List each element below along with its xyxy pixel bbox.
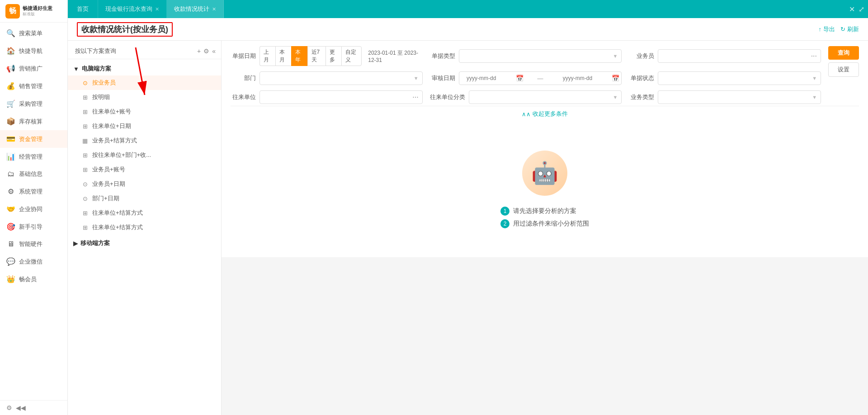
date-tab-上月[interactable]: 上月 [259, 46, 275, 66]
sidebar-nav: 🔍搜索菜单🏠快捷导航📢营销推广💰销售管理🛒采购管理📦库存核算💳资金管理📊经营管理… [0, 23, 67, 400]
sidebar-item-9[interactable]: ⚙系统管理 [0, 183, 67, 200]
scheme-item-0-3[interactable]: ⊞往来单位+日期 [68, 119, 221, 133]
sidebar-item-2[interactable]: 📢营销推广 [0, 60, 67, 77]
filter-row-1: 单据日期 上月本月本年近7天更多自定义 2023-01-01 至 2023-12… [231, 46, 821, 66]
tab-close-2[interactable]: ✕ [212, 6, 216, 12]
scheme-item-icon-0-0: ⊙ [81, 80, 89, 86]
partner-ellipsis[interactable]: ··· [412, 93, 418, 101]
audit-date-to-icon[interactable]: 📅 [612, 75, 619, 82]
scheme-item-0-7[interactable]: ⊙业务员+日期 [68, 177, 221, 191]
nav-label-8: 基础信息 [19, 170, 42, 178]
empty-icon: 🤖 [522, 151, 567, 196]
sidebar-item-12[interactable]: 🖥智能硬件 [0, 236, 67, 253]
nav-label-3: 销售管理 [19, 82, 42, 90]
collapse-bar[interactable]: ∧∧ 收起更多条件 [231, 106, 859, 122]
tab-0[interactable]: 首页 [68, 0, 98, 18]
audit-date-from-icon[interactable]: 📅 [516, 75, 524, 82]
audit-date-from[interactable] [461, 75, 502, 81]
scheme-item-label-0-7: 业务员+日期 [92, 180, 125, 188]
scheme-settings-button[interactable]: ⚙ [203, 47, 209, 55]
tab-2[interactable]: 收款情况统计✕ [167, 0, 224, 18]
date-tab-本月[interactable]: 本月 [275, 46, 291, 66]
scheme-item-icon-0-3: ⊞ [81, 123, 89, 130]
partner-label: 往来单位 [231, 93, 256, 101]
scheme-group-header-0[interactable]: ▼电脑端方案 [68, 62, 221, 75]
dept-select[interactable]: ▼ [259, 71, 423, 85]
scheme-item-label-0-10: 往来单位+结算方式 [92, 223, 143, 231]
partner-category-select[interactable]: ▼ [469, 90, 622, 104]
group-arrow-0: ▼ [73, 66, 79, 72]
filter-section: 单据日期 上月本月本年近7天更多自定义 2023-01-01 至 2023-12… [222, 41, 868, 122]
sidebar-item-4[interactable]: 🛒采购管理 [0, 95, 67, 113]
export-button[interactable]: ↑ 导出 [819, 25, 835, 33]
sidebar-item-6[interactable]: 💳资金管理 [0, 130, 67, 148]
tab-close-1[interactable]: ✕ [155, 6, 159, 12]
scheme-item-label-0-2: 往来单位+账号 [92, 108, 131, 116]
scheme-item-0-0[interactable]: ⊙按业务员 [68, 75, 221, 90]
scheme-item-0-2[interactable]: ⊞往来单位+账号 [68, 104, 221, 119]
sidebar-item-7[interactable]: 📊经营管理 [0, 148, 67, 165]
doc-type-select[interactable]: ▼ [459, 49, 622, 63]
sidebar-item-13[interactable]: 💬企业微信 [0, 253, 67, 270]
doc-status-select[interactable]: ▼ [658, 71, 821, 85]
scheme-group-0: ▼电脑端方案⊙按业务员⊞按明细⊞往来单位+账号⊞往来单位+日期▦业务员+结算方式… [68, 61, 221, 236]
sidebar-item-14[interactable]: 👑畅会员 [0, 270, 67, 288]
scheme-item-0-1[interactable]: ⊞按明细 [68, 90, 221, 104]
scheme-item-0-6[interactable]: ⊞业务员+账号 [68, 162, 221, 177]
scheme-item-label-0-8: 部门+日期 [92, 194, 119, 203]
collapse-panel-button[interactable]: « [212, 47, 216, 55]
sidebar-item-8[interactable]: 🗂基础信息 [0, 165, 67, 183]
doc-type-filter-item: 单据类型 ▼ [430, 49, 622, 63]
sidebar-item-1[interactable]: 🏠快捷导航 [0, 42, 67, 60]
panel-header: 按以下方案查询 + ⚙ « [68, 44, 221, 59]
sidebar-item-10[interactable]: 🤝企业协同 [0, 200, 67, 218]
nav-label-5: 库存核算 [19, 118, 42, 126]
scheme-item-0-4[interactable]: ▦业务员+结算方式 [68, 133, 221, 148]
scheme-item-icon-0-1: ⊞ [81, 94, 89, 101]
biz-type-select[interactable]: ▼ [658, 90, 821, 104]
nav-icon-13: 💬 [6, 257, 15, 266]
date-tab-更多[interactable]: 更多 [326, 46, 341, 66]
date-tab-自定义[interactable]: 自定义 [341, 46, 362, 66]
scheme-item-0-10[interactable]: ⊞往来单位+结算方式 [68, 220, 221, 235]
scheme-item-0-9[interactable]: ⊞往来单位+结算方式 [68, 206, 221, 220]
filter-settings-button[interactable]: 设置 [828, 62, 859, 77]
scheme-item-label-0-5: 按往来单位+部门+收... [92, 151, 151, 159]
sidebar-item-0[interactable]: 🔍搜索菜单 [0, 24, 67, 42]
collapse-sidebar-icon[interactable]: ◀◀ [16, 404, 26, 411]
scheme-item-icon-0-4: ▦ [81, 137, 89, 144]
salesperson-ellipsis[interactable]: ··· [811, 52, 817, 60]
query-button[interactable]: 查询 [828, 46, 859, 60]
scheme-item-0-5[interactable]: ⊞按往来单位+部门+收... [68, 148, 221, 162]
nav-icon-4: 🛒 [6, 99, 15, 108]
tab-1[interactable]: 现金银行流水查询✕ [98, 0, 167, 18]
scheme-item-0-8[interactable]: ⊙部门+日期 [68, 191, 221, 206]
date-tab-本年[interactable]: 本年 [291, 46, 307, 66]
scheme-group-1: ▶移动端方案 [68, 236, 221, 251]
filter-actions: 查询 设置 [828, 46, 859, 77]
salesperson-select[interactable]: ··· [658, 49, 821, 63]
dept-arrow: ▼ [414, 75, 419, 81]
sidebar-item-3[interactable]: 💰销售管理 [0, 77, 67, 95]
scheme-item-icon-0-2: ⊞ [81, 108, 89, 115]
sidebar-item-11[interactable]: 🎯新手引导 [0, 218, 67, 236]
doc-status-filter-item: 单据状态 ▼ [629, 71, 821, 85]
refresh-button[interactable]: ↻ 刷新 [840, 25, 859, 33]
maximize-window-icon[interactable]: ⤢ [859, 5, 864, 14]
logo-text: 畅捷通好生意 标准版 [23, 5, 52, 17]
settings-bottom-icon[interactable]: ⚙ [6, 404, 12, 411]
scheme-group-header-1[interactable]: ▶移动端方案 [68, 236, 221, 250]
filter-fields: 单据日期 上月本月本年近7天更多自定义 2023-01-01 至 2023-12… [231, 46, 821, 104]
scheme-item-icon-0-5: ⊞ [81, 152, 89, 159]
close-window-icon[interactable]: ✕ [849, 5, 855, 14]
logo-area: 畅 畅捷通好生意 标准版 [0, 0, 67, 23]
add-scheme-button[interactable]: + [197, 47, 201, 55]
date-tab-近7天[interactable]: 近7天 [307, 46, 326, 66]
nav-label-13: 企业微信 [19, 258, 42, 266]
partner-select[interactable]: ··· [259, 90, 423, 104]
audit-date-to[interactable] [557, 75, 598, 81]
biz-type-arrow: ▼ [812, 94, 817, 100]
audit-date-range[interactable]: 📅 — 📅 [459, 71, 622, 85]
audit-date-label: 审核日期 [430, 74, 455, 82]
sidebar-item-5[interactable]: 📦库存核算 [0, 113, 67, 130]
